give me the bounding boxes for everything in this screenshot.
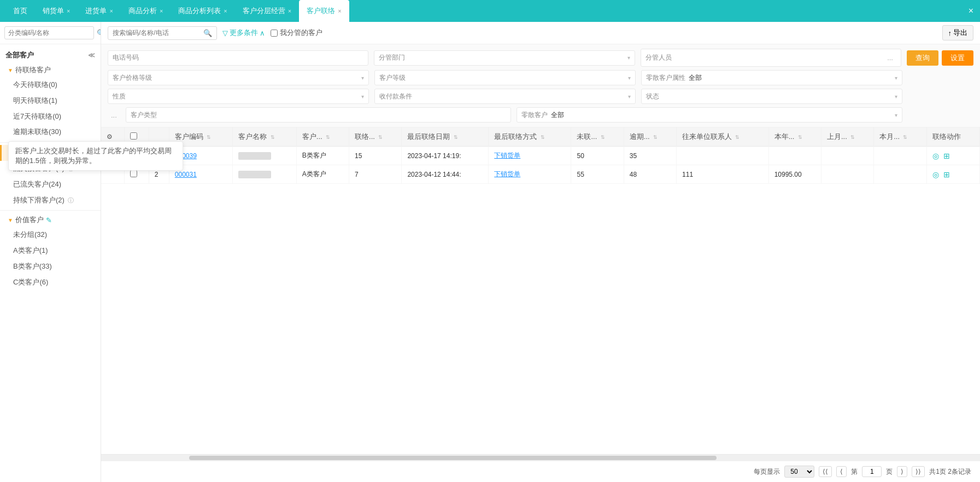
price-level-dropdown-icon: ▾	[361, 75, 364, 81]
sidebar-item-ungroup[interactable]: 未分组(32)	[0, 227, 101, 243]
td-thismonth-1	[874, 147, 926, 165]
settings-button[interactable]: 设置	[942, 50, 973, 66]
th-overdue[interactable]: 逾期... ⇅	[624, 127, 676, 147]
more-icon-1[interactable]: ⊞	[943, 152, 950, 160]
tab-purchase[interactable]: 进货单 ×	[78, 0, 120, 22]
close-sales-tab[interactable]: ×	[67, 8, 70, 14]
retail-attr-dropdown-icon: ▾	[895, 75, 897, 81]
contact-icon-2[interactable]: ◎	[932, 170, 939, 179]
main-layout: 🔍 全部客户 ≪ ▼ 待联络客户 今天待联络(0) 明天待联络(1) 近7天待联…	[0, 22, 980, 482]
data-table-container: ⚙ 客户编码 ⇅ 客户名称 ⇅	[101, 127, 980, 454]
th-last-month[interactable]: 上月... ⇅	[821, 127, 873, 147]
close-purchase-tab[interactable]: ×	[109, 8, 113, 14]
th-this-month[interactable]: 本月... ⇅	[874, 127, 926, 147]
sidebar-item-b-class[interactable]: B类客户(33)	[0, 259, 101, 275]
tab-home[interactable]: 首页	[5, 0, 35, 22]
th-type[interactable]: 客户... ⇅	[296, 127, 349, 147]
th-this-year[interactable]: 本年... ⇅	[768, 127, 821, 147]
sidebar-item-7days[interactable]: 近7天待联络(0)	[0, 109, 101, 125]
all-customers-group[interactable]: 全部客户 ≪	[0, 48, 101, 63]
horizontal-scrollbar[interactable]	[101, 454, 980, 461]
main-search-input[interactable]	[113, 29, 201, 37]
main-search-icon[interactable]: 🔍	[203, 29, 212, 37]
td-lastmonth-2	[821, 165, 873, 184]
category-search-icon[interactable]: 🔍	[97, 29, 101, 37]
th-last-contact-method[interactable]: 最后联络方式 ⇅	[489, 127, 571, 147]
scroll-thumb[interactable]	[189, 456, 717, 460]
filter-bar: 🔍 ▽ 更多条件 ∧ 我分管的客户 ↑ 导出	[101, 22, 980, 44]
pending-section[interactable]: ▼ 待联络客户	[0, 63, 101, 77]
filter-row-3: 性质 ▾ 收付款条件 ▾ 状态 ▾	[108, 89, 973, 104]
td-date-1: 2023-04-17 14:19:	[402, 147, 489, 165]
sidebar-item-overdue[interactable]: 逾期未联络(30)	[0, 124, 101, 140]
prev-page-button[interactable]: ⟨	[836, 466, 847, 477]
value-customer-section[interactable]: ▼ 价值客户 ✎	[0, 213, 101, 227]
sidebar-item-c-class[interactable]: C类客户(6)	[0, 275, 101, 291]
tab-analysis[interactable]: 商品分析 ×	[121, 0, 171, 22]
close-segment-tab[interactable]: ×	[288, 8, 291, 14]
my-customers-checkbox-area: 我分管的客户	[271, 28, 322, 38]
value-arrow-icon: ▼	[8, 217, 13, 223]
close-contact-tab[interactable]: ×	[338, 8, 341, 14]
price-level-field: 客户价格等级 ▾	[108, 70, 369, 85]
td-unitcontact-1	[677, 147, 769, 165]
my-customers-checkbox[interactable]	[271, 30, 278, 37]
export-button[interactable]: ↑ 导出	[942, 25, 974, 40]
query-button[interactable]: 查询	[907, 50, 938, 66]
tab-sales[interactable]: 销货单 ×	[35, 0, 78, 22]
sidebar-item-today[interactable]: 今天待联络(0)	[0, 77, 101, 93]
nocontact-sort-icon: ⇅	[601, 135, 605, 140]
action-icons-2: ◎ ⊞	[932, 170, 974, 179]
sidebar-item-a-class[interactable]: A类客户(1)	[0, 243, 101, 259]
main-search-box: 🔍	[108, 26, 217, 40]
action-buttons: 查询 设置	[907, 50, 973, 66]
td-method-1[interactable]: 下销货单	[489, 147, 571, 165]
status-dropdown-icon: ▾	[895, 94, 897, 100]
more-conditions-button[interactable]: ▽ 更多条件 ∧	[222, 28, 265, 38]
row2-checkbox[interactable]	[130, 170, 137, 177]
th-contact[interactable]: 联络... ⇅	[349, 127, 402, 147]
customer-level-field: 客户等级 ▾	[374, 70, 636, 85]
filter-row-1: 电话号码 分管部门 ▾ 分管人员 ... 查询 设置	[108, 49, 973, 67]
tab-customer-segment[interactable]: 客户分层经营 ×	[235, 0, 299, 22]
branch-person-dots[interactable]: ...	[884, 51, 896, 64]
sidebar-item-declining[interactable]: 持续下滑客户(2) ⓘ	[0, 193, 101, 208]
row4-dots[interactable]: ...	[108, 109, 120, 121]
sidebar-search-area: 🔍	[0, 22, 101, 44]
page-size-select[interactable]: 50 100 200	[784, 466, 814, 478]
tab-analysis-list[interactable]: 商品分析列表 ×	[171, 0, 234, 22]
retail-customer-dropdown-icon: ▾	[895, 112, 897, 118]
global-close-button[interactable]: ×	[969, 6, 973, 16]
lastmonth-sort-icon: ⇅	[850, 135, 855, 140]
sidebar-item-tomorrow[interactable]: 明天待联络(1)	[0, 93, 101, 109]
status-field: 状态 ▾	[641, 89, 902, 104]
first-page-button[interactable]: ⟨⟨	[819, 466, 832, 477]
more-icon-2[interactable]: ⊞	[943, 170, 950, 179]
sidebar-divider-2	[0, 210, 101, 211]
next-page-button[interactable]: ⟩	[897, 466, 907, 477]
contact-icon-1[interactable]: ◎	[932, 152, 939, 160]
name-sort-icon: ⇅	[271, 135, 275, 140]
sidebar-body: 全部客户 ≪ ▼ 待联络客户 今天待联络(0) 明天待联络(1) 近7天待联络(…	[0, 44, 101, 482]
close-analysis-list-tab[interactable]: ×	[224, 8, 227, 14]
th-no-contact[interactable]: 未联... ⇅	[571, 127, 624, 147]
th-unit-contact[interactable]: 往来单位联系人 ⇅	[677, 127, 769, 147]
select-all-checkbox[interactable]	[130, 132, 137, 140]
last-page-button[interactable]: ⟩⟩	[912, 466, 925, 477]
td-method-2[interactable]: 下销货单	[489, 165, 571, 184]
gender-field: 性质 ▾	[108, 89, 369, 104]
table-row: 2 000031 A类客户 7 2023-04-12 14:44: 下销货单 5…	[101, 165, 980, 184]
page-number-input[interactable]	[862, 466, 882, 477]
th-name[interactable]: 客户名称 ⇅	[233, 127, 297, 147]
th-last-contact-date[interactable]: 最后联络日期 ⇅	[402, 127, 489, 147]
category-search-input[interactable]	[4, 26, 94, 39]
td-contact-1: 15	[349, 147, 402, 165]
gender-dropdown-icon: ▾	[361, 94, 364, 100]
sidebar-item-already-lost[interactable]: 已流失客户(24)	[0, 177, 101, 193]
close-analysis-tab[interactable]: ×	[160, 8, 163, 14]
pagination-bar: 每页显示 50 100 200 ⟨⟨ ⟨ 第 页 ⟩ ⟩⟩ 共1页 2条记录	[101, 461, 980, 482]
value-edit-icon[interactable]: ✎	[46, 216, 52, 224]
tab-customer-contact[interactable]: 客户联络 ×	[299, 0, 349, 22]
collapse-icon[interactable]: ≪	[88, 51, 95, 59]
td-overdue-2: 48	[624, 165, 676, 184]
